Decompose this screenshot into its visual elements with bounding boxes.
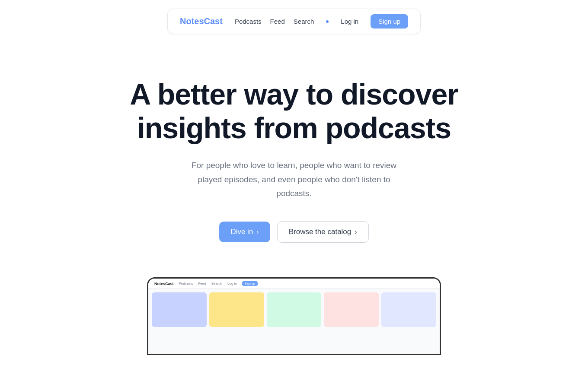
browse-catalog-button[interactable]: Browse the catalog › xyxy=(277,221,369,243)
nav-links: Podcasts Feed Search xyxy=(235,18,314,25)
navbar: NotesCast Podcasts Feed Search Log in Si… xyxy=(167,9,421,34)
signup-button[interactable]: Sign up xyxy=(371,14,408,29)
dive-in-label: Dive in xyxy=(230,228,253,236)
screen-signup: Sign up xyxy=(242,281,258,286)
screen-nav-feed: Feed xyxy=(198,282,206,285)
device-screen: NotesCast Podcasts Feed Search Log in Si… xyxy=(148,279,440,354)
screen-content xyxy=(148,289,440,354)
navbar-wrapper: NotesCast Podcasts Feed Search Log in Si… xyxy=(0,0,588,43)
device-frame: NotesCast Podcasts Feed Search Log in Si… xyxy=(147,277,441,355)
screen-logo: NotesCast xyxy=(154,282,174,286)
hero-buttons: Dive in › Browse the catalog › xyxy=(219,221,368,243)
nav-link-podcasts[interactable]: Podcasts xyxy=(235,18,262,25)
screen-card-4 xyxy=(324,292,379,327)
screen-nav-login: Log in xyxy=(227,282,237,285)
logo-text: otesCast xyxy=(186,16,222,26)
logo-accent: N xyxy=(180,16,186,26)
nav-link-feed[interactable]: Feed xyxy=(270,18,285,25)
screen-card-1 xyxy=(152,292,207,327)
hero-title-line1: A better way to discover xyxy=(130,78,458,111)
logo[interactable]: NotesCast xyxy=(180,16,223,26)
screen-nav-search: Search xyxy=(211,282,222,285)
hero-title-line2: insights from podcasts xyxy=(137,111,451,144)
screen-card-2 xyxy=(209,292,264,327)
nav-status-dot xyxy=(326,20,329,23)
mockup-section: NotesCast Podcasts Feed Search Log in Si… xyxy=(0,269,588,355)
screen-nav-podcasts: Podcasts xyxy=(179,282,193,285)
chevron-right-icon: › xyxy=(256,228,259,236)
nav-link-search[interactable]: Search xyxy=(294,18,314,25)
dive-in-button[interactable]: Dive in › xyxy=(219,222,270,242)
screen-navbar: NotesCast Podcasts Feed Search Log in Si… xyxy=(148,279,440,289)
chevron-right-icon-2: › xyxy=(355,228,357,236)
hero-title: A better way to discover insights from p… xyxy=(130,77,458,145)
hero-subtitle: For people who love to learn, people who… xyxy=(186,159,402,200)
browse-label: Browse the catalog xyxy=(289,228,352,236)
screen-card-3 xyxy=(267,292,322,327)
hero-section: A better way to discover insights from p… xyxy=(0,43,588,269)
screen-card-5 xyxy=(381,292,436,327)
login-link[interactable]: Log in xyxy=(341,18,358,25)
